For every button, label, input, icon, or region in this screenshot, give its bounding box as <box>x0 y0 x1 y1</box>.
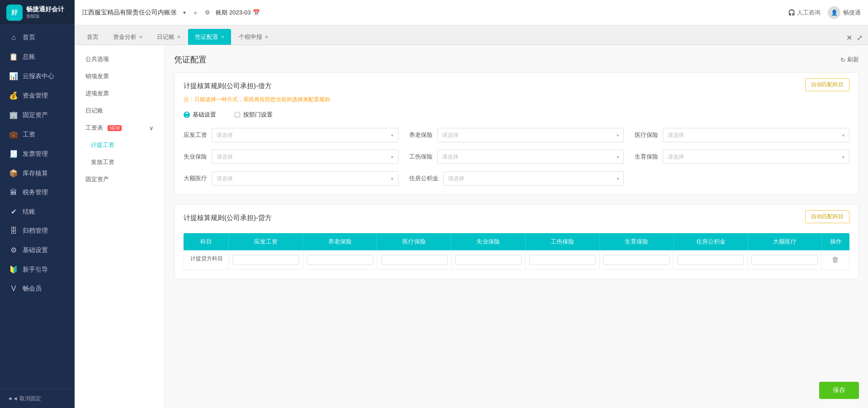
sidebar-cancel-pin[interactable]: ◄◄ 取消固定 <box>0 389 75 408</box>
row-yanglao[interactable] <box>303 250 377 269</box>
field-zhufang: 住房公积金 请选择 ▾ <box>409 171 624 186</box>
nav-icon-inventory: 📦 <box>9 169 18 178</box>
sidebar-item-reports[interactable]: 📊云报表中心 <box>0 66 75 86</box>
delete-icon[interactable]: 🗑 <box>832 256 839 264</box>
input-yingfa[interactable] <box>233 255 299 265</box>
tab-journal[interactable]: 日记账 × <box>150 29 187 45</box>
nav-icon-settings: ⚙ <box>9 246 18 254</box>
sidebar-item-invoice[interactable]: 🧾发票管理 <box>0 144 75 164</box>
sidebar-item-checkout[interactable]: ✔结账 <box>0 202 75 221</box>
radio-dept[interactable]: 按部门设置 <box>234 111 273 119</box>
service-button[interactable]: 🎧 人工咨询 <box>788 9 821 17</box>
company-dropdown-icon[interactable]: ▾ <box>183 9 186 16</box>
input-shengyu[interactable] <box>603 255 670 265</box>
sidebar-item-assets[interactable]: 🏢固定资产 <box>0 105 75 125</box>
field-yanglao-select[interactable]: 请选择 ▾ <box>437 128 624 142</box>
field-yiliao-select[interactable]: 请选择 ▾ <box>663 128 849 142</box>
sidebar-item-ledger[interactable]: 📋总账 <box>0 47 75 66</box>
expand-tab-button[interactable]: ⤢ <box>857 33 863 42</box>
tab-journal-close[interactable]: × <box>177 34 180 40</box>
field-shiye-select[interactable]: 请选择 ▾ <box>212 150 398 164</box>
settings-icon[interactable]: ⚙ <box>205 9 210 16</box>
input-zhufang[interactable] <box>677 255 744 265</box>
input-yiliao[interactable] <box>381 255 448 265</box>
service-label: 人工咨询 <box>797 9 821 17</box>
close-tab-button[interactable]: ✕ <box>846 33 852 42</box>
sidebar-nav: ⌂首页📋总账📊云报表中心💰资金管理🏢固定资产💼工资🧾发票管理📦库存核算🏛税务管理… <box>0 25 75 389</box>
row-dae[interactable] <box>748 250 822 269</box>
topbar-right: 🎧 人工咨询 👤 畅捷通 <box>788 6 861 19</box>
tab-voucher-close[interactable]: × <box>221 34 224 40</box>
sidebar: 好 畅捷通好会计 旗舰版 ⌂首页📋总账📊云报表中心💰资金管理🏢固定资产💼工资🧾发… <box>0 0 75 408</box>
field-shiye: 失业保险 请选择 ▾ <box>184 150 398 164</box>
menu-item-fixed-assets[interactable]: 固定资产 <box>75 171 165 188</box>
user-profile[interactable]: 👤 畅捷通 <box>828 6 861 19</box>
field-yingfa-select[interactable]: 请选择 ▾ <box>212 128 398 142</box>
radio-basic[interactable]: 基础设置 <box>184 111 216 119</box>
menu-item-public[interactable]: 公共选项 <box>75 51 165 68</box>
row-action[interactable]: 🗑 <box>822 250 849 269</box>
tab-tax-label: 个税申报 <box>239 33 262 41</box>
field-dae-select[interactable]: 请选择 ▾ <box>212 171 398 186</box>
add-company-button[interactable]: ＋ <box>191 7 199 18</box>
sidebar-item-archive[interactable]: 🗄归档管理 <box>0 221 75 240</box>
left-menu: 公共选项 销项发票 进项发票 日记账 工资表 NEW ∨ 计提工资 发放工资 固… <box>75 45 165 408</box>
field-shengyu-label: 生育保险 <box>635 153 658 161</box>
nav-label-archive: 归档管理 <box>23 227 48 235</box>
tab-home[interactable]: 首页 <box>80 29 105 45</box>
field-zhufang-label: 住房公积金 <box>409 174 439 183</box>
tab-voucher[interactable]: 凭证配置 × <box>188 29 231 45</box>
field-shengyu-select[interactable]: 请选择 ▾ <box>663 150 849 164</box>
row-yingfa[interactable] <box>229 250 303 269</box>
nav-label-ledger: 总账 <box>23 53 35 61</box>
sidebar-item-funds[interactable]: 💰资金管理 <box>0 86 75 105</box>
row-shengyu[interactable] <box>599 250 674 269</box>
calendar-icon[interactable]: 📅 <box>253 9 260 16</box>
sidebar-item-inventory[interactable]: 📦库存核算 <box>0 164 75 183</box>
refresh-icon: ↻ <box>840 56 845 63</box>
row-yiliao[interactable] <box>377 250 452 269</box>
nav-label-funds: 资金管理 <box>23 92 48 100</box>
menu-item-purchase[interactable]: 进项发票 <box>75 85 165 102</box>
row-shiye[interactable] <box>452 250 526 269</box>
debit-auto-match-button[interactable]: 自动匹配科目 <box>805 78 849 91</box>
menu-item-sales[interactable]: 销项发票 <box>75 68 165 85</box>
headset-icon: 🎧 <box>788 9 795 16</box>
main-area: 江西服宝精品有限责任公司内账张 ▾ ＋ ⚙ 账期 2023-03 📅 🎧 人工咨… <box>75 0 868 408</box>
sidebar-item-member[interactable]: V畅会员 <box>0 279 75 298</box>
refresh-button[interactable]: ↻ 刷新 <box>840 56 859 64</box>
period-label: 账期 2023-03 📅 <box>216 9 260 17</box>
input-shiye[interactable] <box>455 255 522 265</box>
credit-auto-match-button[interactable]: 自动匹配科目 <box>805 210 849 223</box>
sidebar-item-salary[interactable]: 💼工资 <box>0 125 75 144</box>
input-yanglao[interactable] <box>307 255 373 265</box>
sidebar-logo: 好 畅捷通好会计 旗舰版 <box>0 0 75 25</box>
field-zhufang-select[interactable]: 请选择 ▾ <box>443 171 624 186</box>
refresh-label: 刷新 <box>847 56 859 64</box>
tab-funds[interactable]: 资金分析 × <box>106 29 149 45</box>
col-yingfa: 应发工资 <box>229 233 303 250</box>
sidebar-item-settings[interactable]: ⚙基础设置 <box>0 240 75 260</box>
col-zhufang: 住房公积金 <box>674 233 748 250</box>
row-gongshang[interactable] <box>526 250 600 269</box>
menu-item-accrual[interactable]: 计提工资 <box>75 136 165 154</box>
save-button[interactable]: 保存 <box>819 382 859 399</box>
tab-funds-close[interactable]: × <box>139 34 142 40</box>
row-label: 计提贷方科目 <box>184 250 229 269</box>
menu-item-payroll-pay[interactable]: 发放工资 <box>75 154 165 171</box>
input-gongshang[interactable] <box>529 255 596 265</box>
sidebar-item-guide[interactable]: 🔰新手引导 <box>0 260 75 279</box>
tab-tax-close[interactable]: × <box>265 34 268 40</box>
field-gongshang-select[interactable]: 请选择 ▾ <box>437 150 624 164</box>
col-shiye: 失业保险 <box>451 233 525 250</box>
tab-tax[interactable]: 个税申报 × <box>232 29 275 45</box>
tab-voucher-label: 凭证配置 <box>195 33 218 41</box>
row-zhufang[interactable] <box>674 250 748 269</box>
input-dae[interactable] <box>751 255 818 265</box>
nav-label-inventory: 库存核算 <box>23 169 48 178</box>
menu-item-payroll-table[interactable]: 工资表 NEW ∨ <box>75 119 165 136</box>
topbar: 江西服宝精品有限责任公司内账张 ▾ ＋ ⚙ 账期 2023-03 📅 🎧 人工咨… <box>75 0 868 25</box>
menu-item-journal[interactable]: 日记账 <box>75 102 165 119</box>
sidebar-item-tax[interactable]: 🏛税务管理 <box>0 183 75 202</box>
sidebar-item-home[interactable]: ⌂首页 <box>0 28 75 47</box>
